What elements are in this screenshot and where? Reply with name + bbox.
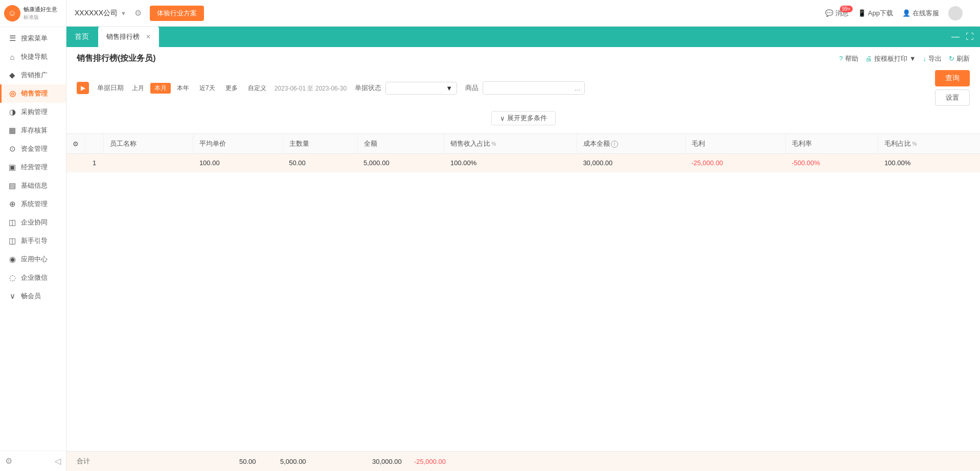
message-action[interactable]: 💬 消息 99+ bbox=[825, 9, 849, 18]
date-tab-custom[interactable]: 自定义 bbox=[244, 83, 270, 94]
date-tab-7days[interactable]: 近7天 bbox=[195, 83, 219, 94]
marketing-icon: ◆ bbox=[8, 71, 17, 80]
goods-more-icon[interactable]: ... bbox=[574, 84, 580, 92]
sidebar-item-operation[interactable]: ▣ 经营管理 bbox=[0, 158, 66, 176]
download-icon: 📱 bbox=[858, 9, 866, 17]
export-button[interactable]: ↓ 导出 bbox=[923, 54, 942, 63]
message-badge: 99+ bbox=[840, 6, 853, 12]
print-label: 按模板打印 bbox=[874, 54, 907, 63]
app-download-action[interactable]: 📱 App下载 bbox=[858, 9, 893, 18]
member-icon: ∨ bbox=[8, 291, 17, 301]
print-icon: 🖨 bbox=[865, 55, 872, 62]
table-wrapper[interactable]: ⚙ 员工名称 平均单价 主数量 全额 销售收入占比% 成本全额i bbox=[66, 134, 980, 451]
row-gross-cell: -25,000.00 bbox=[685, 154, 785, 172]
content-area: 销售排行榜(按业务员) ? 帮助 🖨 按模板打印 ▼ ↓ 导出 bbox=[66, 47, 980, 471]
col-header-settings[interactable]: ⚙ bbox=[66, 134, 85, 154]
corp-icon: ◫ bbox=[8, 218, 17, 227]
sidebar-item-label: 营销推广 bbox=[21, 71, 48, 80]
status-filter-group: 单据状态 ▼ bbox=[355, 82, 457, 95]
date-tab-current-month[interactable]: 本月 bbox=[150, 83, 171, 94]
tab-bar: 首页 销售排行榜 ✕ — ⛶ bbox=[66, 27, 980, 47]
filter-bar: ▶ 单据日期 上月 本月 本年 近7天 更多 自定义 2023-06-01 至 … bbox=[77, 70, 970, 111]
help-icon: ? bbox=[839, 55, 842, 62]
search-menu-icon: ☰ bbox=[8, 34, 17, 43]
footer-gross: -25,000.00 bbox=[408, 458, 452, 465]
status-select-arrow: ▼ bbox=[446, 84, 452, 92]
sidebar-item-system[interactable]: ⊕ 系统管理 bbox=[0, 195, 66, 213]
sidebar-item-label: 基础信息 bbox=[21, 181, 48, 190]
date-tab-prev-month[interactable]: 上月 bbox=[128, 83, 148, 94]
user-avatar[interactable] bbox=[948, 6, 963, 20]
sidebar-item-member[interactable]: ∨ 畅会员 bbox=[0, 287, 66, 305]
app-version: 标准版 bbox=[24, 14, 57, 21]
help-button[interactable]: ? 帮助 bbox=[839, 54, 858, 63]
query-button[interactable]: 查询 bbox=[935, 70, 970, 86]
sidebar-item-search[interactable]: ☰ 搜索菜单 bbox=[0, 29, 66, 48]
finance-icon: ⊙ bbox=[8, 144, 17, 153]
col-header-gross-rate: 毛利率 bbox=[785, 134, 878, 154]
date-tab-current-year[interactable]: 本年 bbox=[173, 83, 193, 94]
tab-minimize-icon[interactable]: — bbox=[951, 32, 960, 41]
sidebar-item-label: 系统管理 bbox=[21, 199, 48, 209]
basic-icon: ▤ bbox=[8, 181, 17, 190]
sidebar-item-basic[interactable]: ▤ 基础信息 bbox=[0, 176, 66, 195]
sidebar-item-label: 搜索菜单 bbox=[21, 34, 48, 43]
expand-row: ∨ 展开更多条件 bbox=[77, 111, 970, 133]
sidebar-item-sales[interactable]: ◎ 销售管理 bbox=[0, 84, 66, 103]
sidebar-collapse-icon[interactable]: ◁ bbox=[55, 456, 61, 466]
sidebar-item-finance[interactable]: ⊙ 资金管理 bbox=[0, 140, 66, 158]
sidebar-bottom: ⚙ ◁ bbox=[0, 451, 66, 471]
sidebar-item-corp[interactable]: ◫ 企业协同 bbox=[0, 213, 66, 232]
footer-amount: 5,000.00 bbox=[274, 458, 315, 465]
tab-maximize-icon[interactable]: ⛶ bbox=[966, 32, 974, 41]
sidebar-settings-icon[interactable]: ⚙ bbox=[5, 456, 12, 466]
sidebar-item-inventory[interactable]: ▦ 库存核算 bbox=[0, 121, 66, 140]
col-header-amount: 全额 bbox=[357, 134, 444, 154]
trial-button[interactable]: 体验行业方案 bbox=[150, 6, 204, 21]
sidebar-item-marketing[interactable]: ◆ 营销推广 bbox=[0, 66, 66, 84]
refresh-label: 刷新 bbox=[956, 54, 970, 63]
print-dropdown-icon[interactable]: ▼ bbox=[909, 55, 916, 62]
topbar-settings-icon[interactable]: ⚙ bbox=[132, 6, 144, 20]
sidebar-item-label: 应用中心 bbox=[21, 255, 48, 264]
table-row: 1 100.00 50.00 5,000.00 100.00% 30,000.0… bbox=[66, 154, 980, 172]
tab-close-icon[interactable]: ✕ bbox=[146, 33, 151, 40]
sidebar-item-label: 新手引导 bbox=[21, 236, 48, 245]
date-tab-more[interactable]: 更多 bbox=[221, 83, 242, 94]
cost-info-icon[interactable]: i bbox=[611, 141, 618, 148]
sidebar-item-wechat[interactable]: ◌ 企业微信 bbox=[0, 268, 66, 287]
online-service-action[interactable]: 👤 在线客服 bbox=[902, 9, 939, 18]
refresh-button[interactable]: ↻ 刷新 bbox=[949, 54, 970, 63]
table-footer: 合计 50.00 5,000.00 30,000.00 -25,000.00 bbox=[66, 451, 980, 471]
print-button[interactable]: 🖨 按模板打印 ▼ bbox=[865, 54, 916, 63]
col-settings-icon: ⚙ bbox=[73, 140, 79, 148]
expand-conditions-button[interactable]: ∨ 展开更多条件 bbox=[491, 111, 556, 125]
row-sales-ratio-cell: 100.00% bbox=[444, 154, 577, 172]
company-name: XXXXXX公司 bbox=[75, 9, 118, 18]
filter-toggle-arrow[interactable]: ▶ bbox=[77, 82, 89, 94]
sidebar-item-label: 畅会员 bbox=[21, 291, 41, 301]
help-label: 帮助 bbox=[845, 54, 858, 63]
sidebar-item-appstore[interactable]: ◉ 应用中心 bbox=[0, 250, 66, 268]
status-select[interactable]: ▼ bbox=[385, 82, 457, 95]
settings-button[interactable]: 设置 bbox=[935, 89, 970, 106]
app-download-label: App下载 bbox=[868, 9, 893, 18]
row-settings-cell bbox=[66, 154, 85, 172]
sidebar-item-shortcut[interactable]: ⌂ 快捷导航 bbox=[0, 48, 66, 66]
refresh-icon: ↻ bbox=[949, 55, 954, 62]
company-selector[interactable]: XXXXXX公司 ▼ bbox=[75, 9, 126, 18]
tab-home[interactable]: 首页 bbox=[66, 27, 97, 47]
sidebar-item-label: 经营管理 bbox=[21, 163, 48, 172]
page-title: 销售排行榜(按业务员) bbox=[77, 53, 156, 64]
expand-label: 展开更多条件 bbox=[507, 114, 547, 123]
page-header: 销售排行榜(按业务员) ? 帮助 🖨 按模板打印 ▼ ↓ 导出 bbox=[66, 47, 980, 134]
sidebar-item-guide[interactable]: ◫ 新手引导 bbox=[0, 232, 66, 250]
main-area: XXXXXX公司 ▼ ⚙ 体验行业方案 💬 消息 99+ 📱 App下载 👤 在… bbox=[66, 0, 980, 471]
operation-icon: ▣ bbox=[8, 163, 17, 172]
tab-sales-ranking[interactable]: 销售排行榜 ✕ bbox=[98, 27, 159, 47]
percent-icon: % bbox=[491, 141, 496, 147]
goods-input[interactable]: ... bbox=[483, 81, 585, 95]
row-amount-cell: 5,000.00 bbox=[357, 154, 444, 172]
app-logo: ☺ 畅康通好生意 标准版 bbox=[0, 0, 66, 27]
sidebar-item-purchase[interactable]: ◑ 采购管理 bbox=[0, 103, 66, 121]
